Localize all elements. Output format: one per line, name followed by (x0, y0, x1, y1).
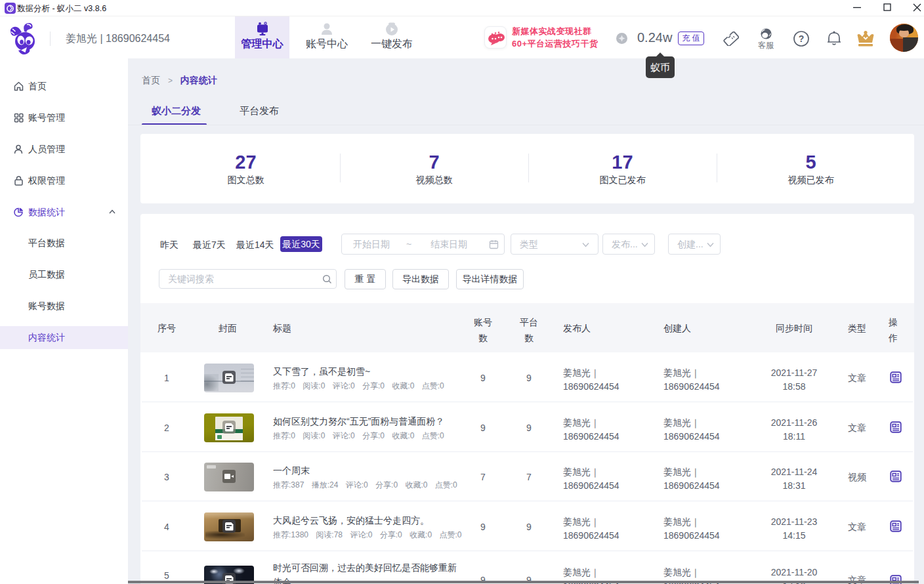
svg-text:?: ? (799, 33, 805, 44)
